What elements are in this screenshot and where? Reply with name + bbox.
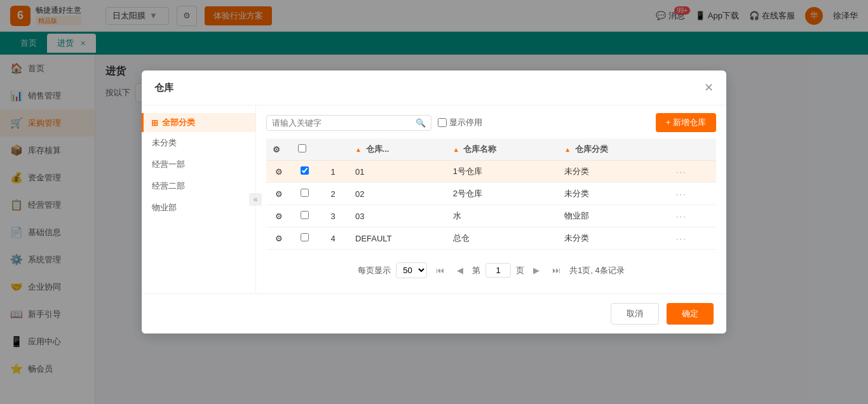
category-item-uncategorized[interactable]: 未分类: [142, 132, 255, 154]
show-disabled-label[interactable]: 显示停用: [438, 117, 482, 128]
per-page-select[interactable]: 50: [396, 262, 427, 278]
col-header-code[interactable]: ▲ 仓库...: [349, 138, 447, 161]
row-name: 2号仓库: [447, 183, 559, 205]
confirm-button[interactable]: 确定: [667, 303, 714, 325]
col-header-name[interactable]: ▲ 仓库名称: [447, 138, 559, 161]
table-row[interactable]: ⚙ 4 DEFAULT 总仓 未分类 ···: [266, 227, 716, 250]
row-actions[interactable]: ···: [670, 205, 716, 227]
add-warehouse-button[interactable]: + 新增仓库: [656, 113, 716, 132]
next-page-button[interactable]: ▶: [529, 264, 543, 276]
col-header-actions: [670, 138, 716, 161]
col-header-category[interactable]: ▲ 仓库分类: [558, 138, 670, 161]
row-actions[interactable]: ···: [670, 227, 716, 250]
dialog-footer: 取消 确定: [142, 293, 726, 333]
page-number-input[interactable]: [485, 263, 511, 278]
row-category: 未分类: [558, 183, 670, 205]
row-checkbox[interactable]: [292, 183, 317, 205]
table-row[interactable]: ⚙ 2 02 2号仓库 未分类 ···: [266, 183, 716, 205]
dialog-header: 仓库 ✕: [142, 71, 726, 105]
row-checkbox[interactable]: [292, 161, 317, 183]
table-row[interactable]: ⚙ 1 01 1号仓库 未分类 ···: [266, 161, 716, 183]
sort-icon: ▲: [564, 146, 571, 153]
sort-icon: ▲: [355, 146, 362, 153]
row-gear[interactable]: ⚙: [266, 183, 292, 205]
row-gear[interactable]: ⚙: [266, 205, 292, 227]
row-num: 1: [317, 161, 349, 183]
row-category: 物业部: [558, 205, 670, 227]
row-checkbox[interactable]: [292, 227, 317, 250]
row-name: 总仓: [447, 227, 559, 250]
search-box: 🔍: [266, 115, 431, 131]
table-row[interactable]: ⚙ 3 03 水 物业部 ···: [266, 205, 716, 227]
row-code: DEFAULT: [349, 227, 447, 250]
cancel-button[interactable]: 取消: [611, 303, 659, 325]
close-icon[interactable]: ✕: [704, 81, 714, 95]
show-disabled-checkbox[interactable]: [438, 118, 447, 127]
row-num: 4: [317, 227, 349, 250]
grid-icon: ⊞: [151, 118, 158, 128]
pagination: 每页显示 50 ⏮ ◀ 第 页 ▶ ⏭ 共1页, 4条记录: [266, 255, 716, 286]
table-toolbar: 🔍 显示停用 + 新增仓库: [266, 113, 716, 132]
row-num: 3: [317, 205, 349, 227]
row-num: 2: [317, 183, 349, 205]
all-category-item[interactable]: ⊞ 全部分类: [142, 113, 255, 132]
row-name: 1号仓库: [447, 161, 559, 183]
category-item-ops2[interactable]: 经营二部: [142, 175, 255, 197]
row-category: 未分类: [558, 227, 670, 250]
category-item-property[interactable]: 物业部: [142, 197, 255, 219]
table-panel: 🔍 显示停用 + 新增仓库 ⚙: [256, 105, 726, 293]
col-header-check: [292, 138, 317, 161]
warehouse-table: ⚙ ▲ 仓库... ▲ 仓库名称: [266, 138, 716, 250]
row-actions[interactable]: ···: [670, 183, 716, 205]
col-header-num: [317, 138, 349, 161]
first-page-button[interactable]: ⏮: [432, 264, 448, 276]
row-gear[interactable]: ⚙: [266, 227, 292, 250]
select-all-checkbox[interactable]: [298, 144, 306, 152]
row-code: 03: [349, 205, 447, 227]
row-category: 未分类: [558, 161, 670, 183]
search-input[interactable]: [272, 118, 416, 128]
category-item-ops1[interactable]: 经营一部: [142, 154, 255, 175]
last-page-button[interactable]: ⏭: [548, 264, 564, 276]
dialog-title: 仓库: [154, 82, 173, 94]
row-checkbox[interactable]: [292, 205, 317, 227]
sort-icon: ▲: [453, 146, 459, 153]
warehouse-dialog: 仓库 ✕ ⊞ 全部分类 « 未分类 经营一部 经营二部 物业部: [142, 71, 726, 333]
category-panel: ⊞ 全部分类 « 未分类 经营一部 经营二部 物业部: [142, 105, 256, 293]
dialog-body: ⊞ 全部分类 « 未分类 经营一部 经营二部 物业部 🔍: [142, 105, 726, 293]
row-code: 02: [349, 183, 447, 205]
prev-page-button[interactable]: ◀: [453, 264, 467, 276]
row-gear[interactable]: ⚙: [266, 161, 292, 183]
search-icon[interactable]: 🔍: [416, 118, 426, 128]
row-name: 水: [447, 205, 559, 227]
row-code: 01: [349, 161, 447, 183]
dialog-overlay: 仓库 ✕ ⊞ 全部分类 « 未分类 经营一部 经营二部 物业部: [0, 0, 868, 404]
page-info: 共1页, 4条记录: [569, 265, 625, 276]
col-header-gear: ⚙: [266, 138, 292, 161]
collapse-button[interactable]: «: [249, 193, 262, 206]
row-actions[interactable]: ···: [670, 161, 716, 183]
